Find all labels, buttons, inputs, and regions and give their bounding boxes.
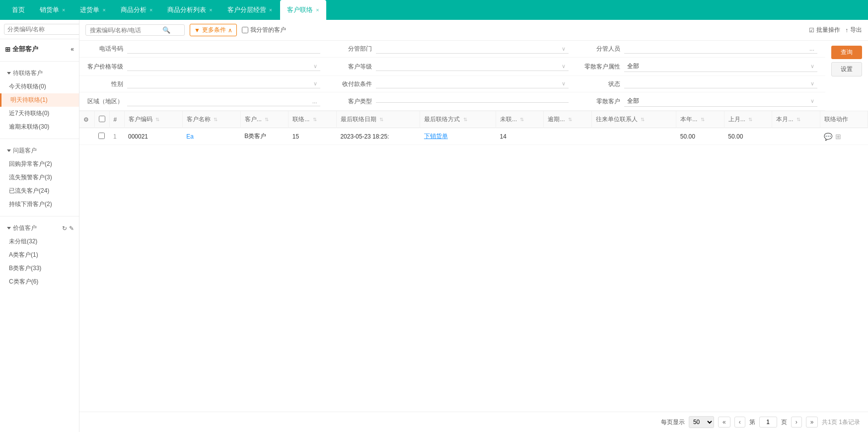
th-last-month[interactable]: 上月... ⇅ xyxy=(724,111,772,128)
sidebar-declining[interactable]: 持续下滑客户(2) xyxy=(0,198,79,211)
filter-icon: ▼ xyxy=(194,27,200,34)
nav-customer-tier-close[interactable]: × xyxy=(269,7,272,13)
th-uncontacted[interactable]: 未联... ⇅ xyxy=(496,111,544,128)
page-input[interactable] xyxy=(759,417,777,428)
retail-customer-select[interactable]: 全部 ∨ xyxy=(624,96,817,107)
th-this-year[interactable]: 本年... ⇅ xyxy=(676,111,724,128)
contact-action-icon[interactable]: 💬 xyxy=(824,133,832,141)
sidebar-overdue-contact[interactable]: 逾期未联络(30) xyxy=(0,120,79,134)
nav-sales-close[interactable]: × xyxy=(62,7,65,13)
row-last-method[interactable]: 下销货单 xyxy=(420,128,496,145)
customer-level-chevron-icon: ∨ xyxy=(562,63,566,70)
row-checkbox[interactable] xyxy=(94,128,109,145)
th-num: # xyxy=(109,111,124,128)
payment-select[interactable]: ∨ xyxy=(376,79,569,88)
sidebar-repurchase-anomaly[interactable]: 回购异常客户(2) xyxy=(0,157,79,171)
row-name[interactable]: Ea xyxy=(182,128,240,145)
nav-sales[interactable]: 销货单 × xyxy=(33,0,72,20)
sidebar-a-class[interactable]: A类客户(1) xyxy=(0,248,79,262)
my-customers-checkbox[interactable] xyxy=(242,27,248,33)
th-contact[interactable]: 联络... ⇅ xyxy=(289,111,337,128)
customer-type-select[interactable] xyxy=(376,100,569,103)
first-page-btn[interactable]: « xyxy=(718,417,730,428)
phone-input[interactable] xyxy=(127,44,320,54)
nav-home[interactable]: 首页 xyxy=(5,0,32,20)
region-ellipsis[interactable]: ... xyxy=(312,98,317,105)
code-sort-icon: ⇅ xyxy=(155,117,159,122)
nav-product-analysis-close[interactable]: × xyxy=(149,7,152,13)
filter-more-btn[interactable]: ▼ 更多条件 ∧ xyxy=(190,24,237,36)
row-settings xyxy=(79,128,94,145)
settings-icon[interactable]: ⚙ xyxy=(83,116,89,123)
sidebar-churn-warning[interactable]: 流失预警客户(3) xyxy=(0,171,79,184)
pending-section-title[interactable]: 待联络客户 xyxy=(0,67,79,80)
sidebar-collapse-icon[interactable]: « xyxy=(71,46,74,53)
th-code[interactable]: 客户编码 ⇅ xyxy=(124,111,182,128)
select-all-checkbox[interactable] xyxy=(99,116,105,122)
reset-btn[interactable]: 设置 xyxy=(831,62,862,76)
person-select[interactable]: ... xyxy=(624,44,817,54)
row-code: 000021 xyxy=(124,128,182,145)
sidebar-b-class[interactable]: B类客户(33) xyxy=(0,262,79,275)
adv-filter-panel: 电话号码 分管部门 ∨ 分管人员 xyxy=(79,41,868,111)
th-this-month[interactable]: 本月... ⇅ xyxy=(772,111,820,128)
th-overdue[interactable]: 逾期... ⇅ xyxy=(544,111,592,128)
nav-product-list[interactable]: 商品分析列表 × xyxy=(160,0,219,20)
payment-label: 收付款条件 xyxy=(336,80,372,88)
query-btn[interactable]: 查询 xyxy=(831,46,862,59)
person-ellipsis[interactable]: ... xyxy=(809,45,814,52)
batch-op-btn[interactable]: ☑ 批量操作 xyxy=(809,26,840,34)
next-page-btn[interactable]: › xyxy=(791,417,802,428)
sidebar-search-input[interactable] xyxy=(4,24,79,35)
th-settings[interactable]: ⚙ xyxy=(79,111,94,128)
row-select-checkbox[interactable] xyxy=(98,133,105,139)
nav-purchase[interactable]: 进货单 × xyxy=(73,0,112,20)
nav-customer-contact-close[interactable]: × xyxy=(316,7,319,13)
last-page-btn[interactable]: » xyxy=(806,417,818,428)
sidebar-ungrouped[interactable]: 未分组(32) xyxy=(0,235,79,248)
per-page-select[interactable]: 50 100 200 xyxy=(689,416,714,428)
th-type[interactable]: 客户... ⇅ xyxy=(240,111,289,128)
price-level-select[interactable]: ∨ xyxy=(127,62,320,71)
th-action: 联络动作 xyxy=(820,111,868,128)
my-customers-checkbox-label[interactable]: 我分管的客户 xyxy=(242,26,286,34)
nav-customer-tier[interactable]: 客户分层经营 × xyxy=(220,0,279,20)
total-info: 共1页 1条记录 xyxy=(822,418,860,427)
th-last-method[interactable]: 最后联络方式 ⇅ xyxy=(420,111,496,128)
nav-product-list-close[interactable]: × xyxy=(209,7,212,13)
value-edit-icon[interactable]: ✎ xyxy=(69,225,74,232)
sidebar-all-customers[interactable]: ⊞ 全部客户 « xyxy=(0,42,79,56)
content-area: 🔍 ▼ 更多条件 ∧ 我分管的客户 ☑ 批量操作 ↑ 导出 xyxy=(79,20,868,432)
filter-search-input[interactable] xyxy=(90,27,159,34)
th-unit-contact[interactable]: 往来单位联系人 ⇅ xyxy=(592,111,676,128)
adv-filter-inner: 电话号码 分管部门 ∨ 分管人员 xyxy=(79,41,868,111)
sidebar-today-contact[interactable]: 今天待联络(0) xyxy=(0,80,79,93)
value-refresh-icon[interactable]: ↻ xyxy=(62,225,67,232)
sidebar-7days-contact[interactable]: 近7天待联络(0) xyxy=(0,107,79,120)
person-label: 分管人员 xyxy=(584,45,620,53)
problem-section-title[interactable]: 问题客户 xyxy=(0,144,79,157)
sidebar-c-class[interactable]: C类客户(6) xyxy=(0,275,79,288)
th-name[interactable]: 客户名称 ⇅ xyxy=(182,111,240,128)
th-checkbox[interactable] xyxy=(94,111,109,128)
sidebar-tomorrow-contact[interactable]: 明天待联络(1) xyxy=(0,93,79,107)
gender-select[interactable]: ∨ xyxy=(127,79,320,88)
value-section-title[interactable]: 价值客户 ↻ ✎ xyxy=(0,221,79,235)
nav-product-analysis[interactable]: 商品分析 × xyxy=(114,0,159,20)
nav-purchase-close[interactable]: × xyxy=(102,7,105,13)
adv-row-4: 区域（地区） ... 客户类型 xyxy=(79,92,825,111)
prev-page-btn[interactable]: ‹ xyxy=(734,417,745,428)
export-btn[interactable]: ↑ 导出 xyxy=(845,26,862,34)
sidebar-churned[interactable]: 已流失客户(24) xyxy=(0,184,79,198)
filter-search-icon[interactable]: 🔍 xyxy=(162,26,170,34)
adv-row-3: 性别 ∨ 收付款条件 ∨ xyxy=(79,76,825,92)
th-last-date[interactable]: 最后联络日期 ⇅ xyxy=(336,111,420,128)
dept-select[interactable]: ∨ xyxy=(376,45,569,54)
retail-attr-select[interactable]: 全部 ∨ xyxy=(624,61,817,72)
nav-customer-contact[interactable]: 客户联络 × xyxy=(280,0,326,20)
row-last-date: 2023-05-23 18:25: xyxy=(336,128,420,145)
customer-level-select[interactable]: ∨ xyxy=(376,62,569,71)
more-action-icon[interactable]: ⊞ xyxy=(835,133,841,141)
status-select[interactable]: ∨ xyxy=(624,79,817,88)
region-select[interactable]: ... xyxy=(127,97,320,106)
